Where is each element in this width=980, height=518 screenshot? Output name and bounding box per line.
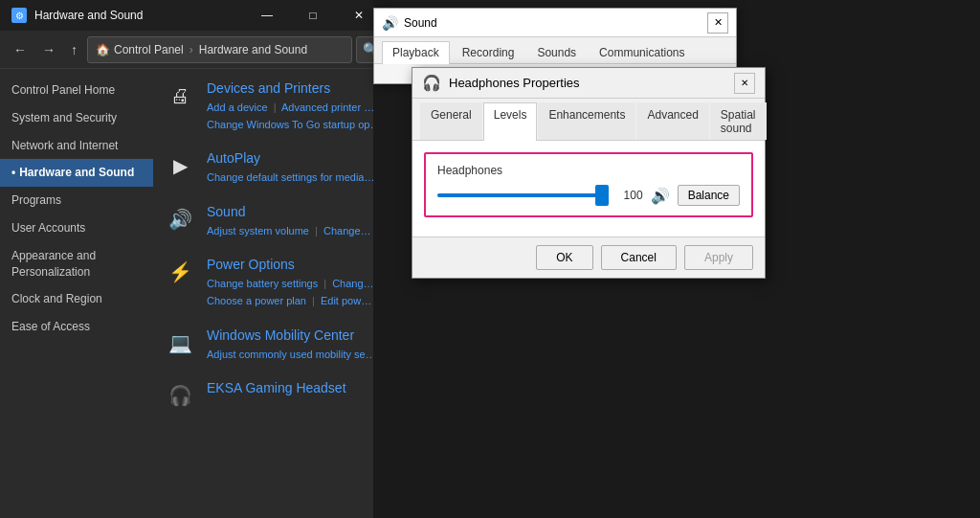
levels-box: Headphones 100 🔊 Balance [424,152,753,217]
mobility-icon: 💻 [165,327,195,358]
sound-links: Adjust system volume | Change… [207,223,371,240]
sidebar-item-appearance[interactable]: Appearance and Personalization [0,242,153,286]
choose-plan-link[interactable]: Choose a power plan [207,295,306,306]
volume-thumb[interactable] [595,185,609,206]
hp-title: Headphones Properties [449,76,734,90]
hp-title-bar: 🎧 Headphones Properties ✕ [412,68,765,99]
maximize-button[interactable]: □ [291,0,335,31]
category-power: ⚡ Power Options Change battery settings … [165,257,381,309]
category-eksa: 🎧 EKSA Gaming Headset [165,380,381,411]
volume-slider[interactable] [437,186,609,205]
main-window-icon: ⚙ [11,8,27,23]
mobility-links: Adjust commonly used mobility se… [207,347,376,364]
sound-icon: 🔊 [165,204,195,235]
address-home-icon: 🏠 [96,43,110,56]
power-title[interactable]: Power Options [207,257,374,272]
address-part-1: Control Panel [114,43,184,56]
address-sep-1: › [189,43,193,56]
hp-close-button[interactable]: ✕ [734,73,755,94]
volume-value: 100 [616,189,643,202]
category-devices-printers: 🖨 Devices and Printers Add a device | Ad… [165,80,381,133]
sidebar-item-control-panel-home[interactable]: Control Panel Home [0,77,153,104]
autoplay-title[interactable]: AutoPlay [207,150,375,166]
tab-playback[interactable]: Playback [382,41,450,64]
sound-dialog-tabs: Playback Recording Sounds Communications [374,37,736,64]
main-window: ⚙ Hardware and Sound — □ ✕ ← → ↑ 🏠 Contr… [0,0,392,518]
hp-tab-general[interactable]: General [420,102,482,140]
sidebar-item-network-internet[interactable]: Network and Internet [0,132,153,160]
edit-plan-link[interactable]: Edit pow… [321,295,371,306]
main-content: 🖨 Devices and Printers Add a device | Ad… [153,69,392,518]
sound-dialog-title-bar: 🔊 Sound ✕ [374,9,736,37]
up-button[interactable]: ↑ [65,38,83,61]
back-button[interactable]: ← [8,38,33,61]
eksa-icon: 🎧 [165,380,195,411]
sidebar: Control Panel Home System and Security N… [0,69,153,518]
sidebar-item-ease-access[interactable]: Ease of Access [0,313,153,341]
forward-button[interactable]: → [36,38,61,61]
content-area: Control Panel Home System and Security N… [0,69,392,518]
devices-links: Add a device | Advanced printer … Change… [207,100,380,133]
volume-track [437,193,609,197]
sidebar-item-programs[interactable]: Programs [0,187,153,214]
tab-recording[interactable]: Recording [452,41,525,63]
hp-tab-levels[interactable]: Levels [483,102,538,141]
power-links: Change battery settings | Chang… Choose … [207,276,374,309]
levels-row: 100 🔊 Balance [437,185,740,206]
tab-communications[interactable]: Communications [589,41,695,63]
change-power-link[interactable]: Chang… [332,278,373,289]
sidebar-item-hardware-sound[interactable]: Hardware and Sound [0,159,153,187]
battery-settings-link[interactable]: Change battery settings [207,278,318,289]
minimize-button[interactable]: — [245,0,289,31]
volume-fill [437,193,609,197]
sidebar-item-system-security[interactable]: System and Security [0,104,153,132]
apply-button[interactable]: Apply [684,245,753,270]
volume-speaker-icon[interactable]: 🔊 [651,187,670,205]
sound-title[interactable]: Sound [207,204,371,219]
nav-bar: ← → ↑ 🏠 Control Panel › Hardware and Sou… [0,31,392,69]
main-window-title: Hardware and Sound [34,9,245,22]
autoplay-default-link[interactable]: Change default settings for media [207,171,365,183]
sound-dialog-title: Sound [404,16,707,30]
sound-dialog-close[interactable]: ✕ [707,12,728,34]
autoplay-icon: ▶ [165,150,195,181]
devices-icon: 🖨 [165,80,195,111]
eksa-title[interactable]: EKSA Gaming Headset [207,380,346,395]
address-bar[interactable]: 🏠 Control Panel › Hardware and Sound [87,36,352,63]
category-mobility: 💻 Windows Mobility Center Adjust commonl… [165,327,381,364]
hp-footer: OK Cancel Apply [412,236,765,278]
devices-printers-title[interactable]: Devices and Printers [207,80,380,96]
title-bar-controls: — □ ✕ [245,0,381,31]
headphones-label: Headphones [437,164,740,177]
balance-button[interactable]: Balance [678,185,740,206]
ok-button[interactable]: OK [536,245,592,270]
advanced-printer-link[interactable]: Advanced printer [281,101,361,113]
change-sounds-link[interactable]: Change [323,225,361,236]
cancel-button[interactable]: Cancel [601,245,677,270]
sidebar-item-clock-region[interactable]: Clock and Region [0,285,153,313]
address-part-2: Hardware and Sound [199,43,307,56]
hp-content: Headphones 100 🔊 Balance [412,141,765,236]
category-autoplay: ▶ AutoPlay Change default settings for m… [165,150,381,187]
mobility-settings-link[interactable]: Adjust commonly used mobility se… [207,349,376,360]
windows-to-go-link[interactable]: Change Windows To Go startup op [207,119,369,130]
adjust-volume-link[interactable]: Adjust system volume [207,225,309,236]
power-icon: ⚡ [165,257,195,287]
hp-tabs: General Levels Enhancements Advanced Spa… [412,99,765,141]
hp-tab-enhancements[interactable]: Enhancements [538,102,635,140]
tab-sounds[interactable]: Sounds [526,41,587,63]
sidebar-item-user-accounts[interactable]: User Accounts [0,214,153,242]
sound-dialog-icon: 🔊 [382,15,398,31]
headphones-dialog: 🎧 Headphones Properties ✕ General Levels… [412,67,766,279]
main-title-bar: ⚙ Hardware and Sound — □ ✕ [0,0,392,31]
mobility-title[interactable]: Windows Mobility Center [207,327,376,343]
hp-tab-advanced[interactable]: Advanced [636,102,708,140]
autoplay-links: Change default settings for media… [207,169,375,187]
add-device-link[interactable]: Add a device [207,101,268,113]
hp-icon: 🎧 [422,74,441,92]
category-sound: 🔊 Sound Adjust system volume | Change… [165,204,381,240]
hp-tab-spatial[interactable]: Spatial sound [710,102,767,140]
